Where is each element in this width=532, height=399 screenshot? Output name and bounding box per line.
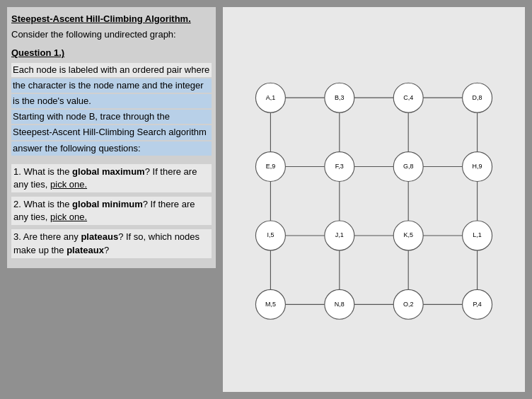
desc1: Each node is labeled with an ordered pai…: [11, 63, 212, 77]
q3-prefix: 3. Are there any: [13, 231, 81, 242]
node-label-I: I,5: [267, 231, 274, 238]
node-label-H: H,9: [473, 163, 482, 170]
node-label-L: L,1: [473, 231, 481, 238]
node-G: G,8: [393, 152, 423, 182]
question1: 1. What is the global maximum? If there …: [11, 164, 212, 192]
node-label-J: J,1: [335, 231, 344, 238]
q3-end: ?: [104, 245, 109, 255]
node-label-F: F,3: [335, 163, 344, 170]
q2-underline: pick one.: [50, 212, 87, 222]
q1-underline: pick one.: [50, 179, 87, 190]
desc6: answer the following questions:: [11, 141, 212, 156]
desc3: is the node's value.: [11, 94, 212, 108]
q1-prefix: 1. What is the: [13, 166, 72, 177]
node-M: M,5: [255, 289, 285, 319]
desc2: the character is the node name and the i…: [11, 79, 212, 93]
node-P: P,4: [463, 289, 492, 319]
node-label-G: G,8: [403, 163, 413, 170]
node-A: A,1: [255, 83, 285, 112]
q1-bold: global maximum: [72, 166, 145, 177]
node-label-P: P,4: [473, 301, 481, 308]
node-F: F,3: [325, 152, 354, 182]
node-B: B,3: [325, 83, 354, 112]
question3: 3. Are there any plateaus? If so, which …: [11, 229, 212, 258]
node-label-E: E,9: [266, 163, 275, 170]
question-label: Question 1.): [11, 47, 212, 59]
graph-panel: A,1B,3C,4D,8E,9F,3G,8H,9I,5J,1K,5L,1M,5N…: [223, 7, 525, 392]
node-E: E,9: [255, 152, 285, 182]
node-label-N: N,8: [335, 301, 345, 308]
node-O: O,2: [393, 289, 423, 319]
node-K: K,5: [393, 221, 423, 250]
question2: 2. What is the global minimum? If there …: [11, 197, 212, 225]
node-H: H,9: [463, 152, 492, 182]
node-label-O: O,2: [403, 301, 413, 308]
node-C: C,4: [393, 83, 423, 112]
node-label-A: A,1: [266, 94, 275, 101]
q3-bold: plateaus: [81, 231, 118, 242]
node-J: J,1: [325, 221, 354, 250]
node-label-M: M,5: [265, 301, 276, 308]
node-label-K: K,5: [403, 231, 412, 238]
desc4: Starting with node B, trace through the: [11, 110, 212, 124]
q2-bold: global minimum: [72, 199, 143, 209]
nodes-group: A,1B,3C,4D,8E,9F,3G,8H,9I,5J,1K,5L,1M,5N…: [255, 83, 492, 319]
node-label-B: B,3: [335, 94, 344, 101]
node-D: D,8: [463, 83, 492, 112]
desc5: Steepest-Ascent Hill-Climbing Search alg…: [11, 125, 212, 139]
node-label-C: C,4: [403, 94, 413, 101]
page-title: Steepest-Ascent Hill-Climbing Algorithm.: [11, 13, 212, 25]
intro-text: Consider the following undirected graph:: [11, 28, 212, 41]
q3-bold2: plateaux: [66, 245, 104, 255]
graph-svg: A,1B,3C,4D,8E,9F,3G,8H,9I,5J,1K,5L,1M,5N…: [223, 7, 525, 392]
node-N: N,8: [325, 289, 354, 319]
q2-prefix: 2. What is the: [13, 199, 72, 209]
node-label-D: D,8: [473, 94, 482, 101]
node-L: L,1: [463, 221, 492, 250]
left-panel: Steepest-Ascent Hill-Climbing Algorithm.…: [7, 7, 216, 268]
node-I: I,5: [255, 221, 285, 250]
edges-group: [270, 98, 477, 304]
